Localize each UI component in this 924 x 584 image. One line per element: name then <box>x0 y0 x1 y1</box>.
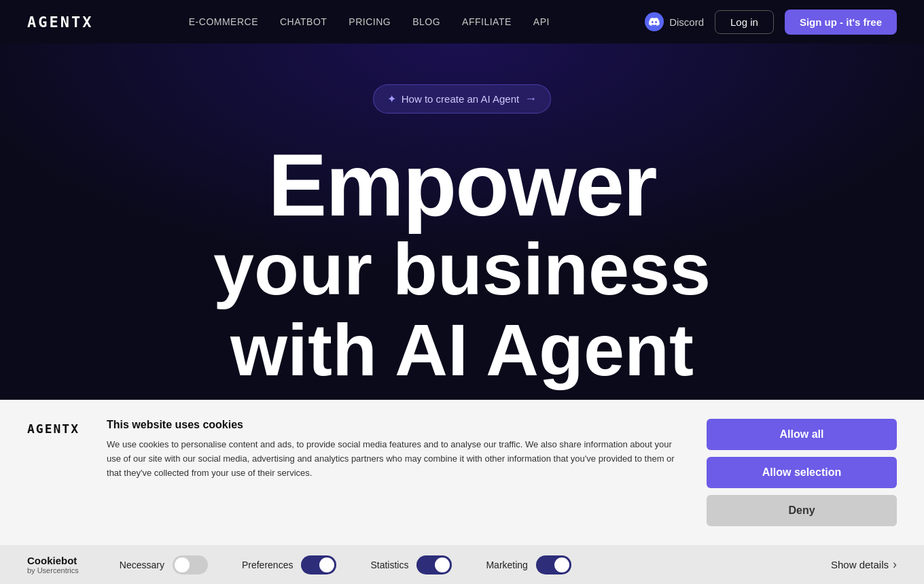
marketing-control: Marketing <box>486 555 571 574</box>
nav-affiliate[interactable]: AFFILIATE <box>462 16 512 27</box>
nav-right: Discord Log in Sign up - it's free <box>645 10 897 35</box>
cookie-body: We use cookies to personalise content an… <box>107 438 679 480</box>
login-button[interactable]: Log in <box>715 10 774 34</box>
cookie-overlay: AGENTX This website uses cookies We use … <box>0 400 924 584</box>
nav-chatbot[interactable]: CHATBOT <box>280 16 327 27</box>
necessary-control: Necessary <box>120 555 208 574</box>
nav-blog[interactable]: BLOG <box>412 16 440 27</box>
signup-button[interactable]: Sign up - it's free <box>785 10 897 35</box>
hero-line1: Empower <box>213 141 711 229</box>
statistics-toggle[interactable] <box>416 555 452 574</box>
cookie-title: This website uses cookies <box>107 419 679 431</box>
show-details-label: Show details <box>831 559 889 570</box>
hero-line2: your business <box>213 229 711 310</box>
sparkle-icon: ✦ <box>387 92 396 105</box>
necessary-toggle[interactable] <box>173 555 208 574</box>
nav-ecommerce[interactable]: E-COMMERCE <box>189 16 258 27</box>
allow-selection-button[interactable]: Allow selection <box>707 457 897 488</box>
necessary-label: Necessary <box>120 560 164 570</box>
cookie-logo-text: AGENTX <box>27 422 79 436</box>
discord-icon <box>645 12 664 31</box>
create-agent-pill[interactable]: ✦ How to create an AI Agent → <box>373 84 551 114</box>
cookie-banner: AGENTX This website uses cookies We use … <box>0 400 924 545</box>
statistics-control: Statistics <box>370 555 452 574</box>
hero-line3: with AI Agent <box>213 310 711 391</box>
show-details-button[interactable]: Show details › <box>831 557 897 572</box>
arrow-icon: → <box>525 92 537 106</box>
site-logo: AGENTX <box>27 14 93 31</box>
preferences-control: Preferences <box>242 555 336 574</box>
pill-text: How to create an AI Agent <box>402 93 519 105</box>
cookie-controls: Necessary Preferences Statistics <box>120 555 790 574</box>
necessary-toggle-thumb <box>175 557 190 572</box>
show-details-arrow-icon: › <box>893 557 897 572</box>
nav-pricing[interactable]: PRICING <box>349 16 391 27</box>
marketing-label: Marketing <box>486 560 527 570</box>
preferences-toggle[interactable] <box>301 555 336 574</box>
preferences-toggle-thumb <box>319 557 334 572</box>
preferences-label: Preferences <box>242 560 293 570</box>
marketing-toggle-thumb <box>554 557 569 572</box>
cookie-footer: Cookiebot by Usercentrics Necessary Pref… <box>0 545 924 584</box>
deny-button[interactable]: Deny <box>707 495 897 526</box>
discord-label: Discord <box>669 16 704 28</box>
statistics-toggle-thumb <box>435 557 450 572</box>
hero-heading: Empower your business with AI Agent <box>213 141 711 391</box>
cookiebot-logo: Cookiebot by Usercentrics <box>27 555 79 574</box>
cookie-content: This website uses cookies We use cookies… <box>107 419 679 480</box>
cookie-action-buttons: Allow all Allow selection Deny <box>707 419 897 526</box>
marketing-toggle[interactable] <box>536 555 571 574</box>
cookie-brand-logo: AGENTX <box>27 419 79 436</box>
nav-links: E-COMMERCE CHATBOT PRICING BLOG AFFILIAT… <box>189 16 550 27</box>
nav-api[interactable]: API <box>533 16 550 27</box>
cookiebot-sub: by Usercentrics <box>27 566 79 574</box>
main-nav: AGENTX E-COMMERCE CHATBOT PRICING BLOG A… <box>0 0 924 44</box>
discord-button[interactable]: Discord <box>645 12 704 31</box>
statistics-label: Statistics <box>370 560 408 570</box>
allow-all-button[interactable]: Allow all <box>707 419 897 450</box>
cookiebot-name: Cookiebot <box>27 555 77 566</box>
